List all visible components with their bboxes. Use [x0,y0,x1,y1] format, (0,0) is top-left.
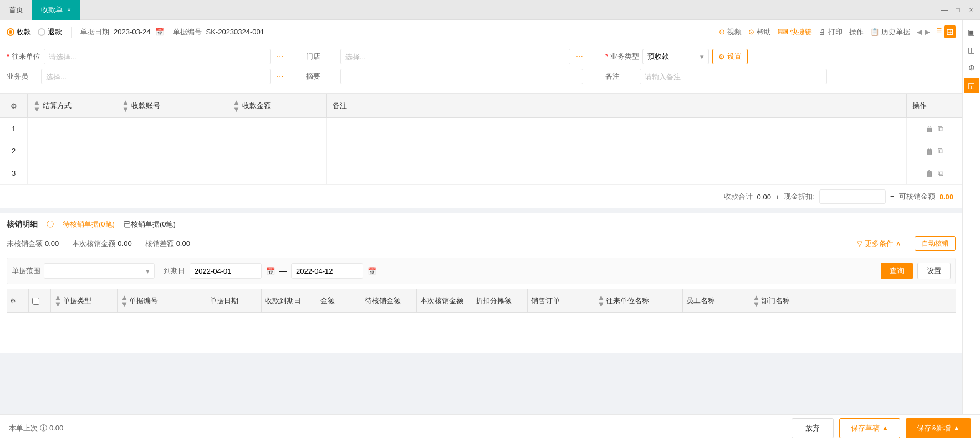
tab-home[interactable]: 首页 [0,0,32,20]
row-2-amount[interactable] [227,140,327,162]
radio-receive-circle [7,28,14,36]
store-more-icon[interactable]: ··· [576,52,583,61]
notes-input[interactable] [640,69,827,84]
row-1-notes[interactable] [327,118,907,140]
shortcut-button[interactable]: ⌨ 快捷键 [778,27,812,37]
row-3-copy-icon[interactable]: ⧉ [938,168,943,178]
more-conditions-button[interactable]: ▽ 更多条件 ∧ [857,239,901,249]
calendar-to-icon[interactable]: 📅 [368,267,376,275]
bottom-th-settings[interactable]: ⚙ [7,289,29,312]
row-2-settlement[interactable] [28,140,116,162]
sidebar-icon-table[interactable]: ▣ [964,24,979,40]
row-3-amount[interactable] [227,162,327,184]
grid-view-icon[interactable]: ⊞ [944,25,956,38]
radio-refund-label: 退款 [48,27,62,37]
calendar-icon[interactable]: 📅 [155,28,164,36]
history-button[interactable]: 📋 历史单据 [870,27,910,37]
business-type-select[interactable]: 预收款 ▾ [642,49,709,64]
maximize-button[interactable]: □ [953,6,962,14]
summary-label: 摘要 [306,71,337,81]
help-icon: ⊙ [748,28,754,36]
abandon-button[interactable]: 放弃 [792,418,834,438]
row-1-amount[interactable] [227,118,327,140]
row-3-settlement[interactable] [28,162,116,184]
save-draft-button[interactable]: 保存草稿 ▲ [839,418,901,438]
video-button[interactable]: ⊙ 视频 [719,27,742,37]
auto-clear-button[interactable]: 自动核销 [915,236,956,251]
calendar-from-icon[interactable]: 📅 [266,267,275,275]
bottom-th-doc-type: ▲▼ 单据类型 [51,289,118,312]
cash-discount-input[interactable] [819,189,886,204]
verify-info-icon[interactable]: ⓘ [47,219,54,229]
date-from-input[interactable] [190,263,262,279]
print-button[interactable]: 🖨 打印 [819,27,843,37]
date-to-input[interactable] [291,263,363,279]
nav-next[interactable]: ▶ [925,28,930,36]
store-input[interactable] [340,49,570,64]
row-2-notes[interactable] [327,140,907,162]
th-amount: ▲▼ 收款金额 [227,94,327,117]
th-operations: 操作 [907,94,962,117]
th-account: ▲▼ 收款账号 [116,94,227,117]
toolbar-nav: ◀ ▶ [917,28,930,36]
total-value-1: 0.00 [757,193,771,201]
select-all-checkbox[interactable] [32,298,39,305]
staff-more-icon[interactable]: ··· [277,71,284,81]
summary-input[interactable] [340,69,583,84]
tab-active-label: 收款单 [41,0,63,20]
table-row: 2 🗑 ⧉ [0,140,962,162]
row-2-account[interactable] [116,140,227,162]
radio-refund-circle [38,28,45,36]
row-1-copy-icon[interactable]: ⧉ [938,124,943,134]
sidebar-icon-form[interactable]: ◱ [964,78,979,93]
bottom-th-discount: 折扣分摊额 [472,289,528,312]
date-value: 2023-03-24 [114,28,151,36]
verifiable-amount: 0.00 [940,193,953,201]
save-draft-arrow-icon[interactable]: ▲ [882,424,889,432]
sidebar-icon-doc[interactable]: ◫ [964,42,979,58]
help-button[interactable]: ⊙ 帮助 [748,27,771,37]
row-2-copy-icon[interactable]: ⧉ [938,146,943,156]
nav-prev[interactable]: ◀ [917,28,922,36]
footer-value: 0.00 [49,424,63,432]
list-view-icon[interactable]: ≡ [937,25,942,38]
bottom-th-checkbox[interactable] [29,289,51,312]
row-1-account[interactable] [116,118,227,140]
form-settings-button[interactable]: ⚙ 设置 [712,49,748,64]
doc-date-group: 单据日期 2023-03-24 📅 [80,27,164,37]
stat-this-clear-label: 本次核销金额 [72,239,115,249]
store-field: 门店 ··· [306,49,583,64]
row-2-actions: 🗑 ⧉ [907,140,962,162]
query-button[interactable]: 查询 [881,263,913,279]
verify-tab-pending[interactable]: 待核销单据(0笔) [63,219,115,229]
operation-button[interactable]: 操作 [849,27,864,37]
filter-settings-button[interactable]: 设置 [917,263,951,279]
tab-active[interactable]: 收款单 × [32,0,80,20]
tab-close-icon[interactable]: × [67,0,71,20]
save-new-button[interactable]: 保存&新增 ▲ [906,418,971,438]
close-button[interactable]: × [967,6,976,14]
sidebar-icon-attach[interactable]: ⊕ [964,60,979,75]
toolbar-right: ⊙ 视频 ⊙ 帮助 ⌨ 快捷键 🖨 打印 操作 📋 历史单据 [719,25,956,38]
row-3-notes[interactable] [327,162,907,184]
total-row: 收款合计 0.00 + 现金折扣: = 可核销金额 0.00 [0,184,962,208]
row-1-settlement[interactable] [28,118,116,140]
row-2-delete-icon[interactable]: 🗑 [926,147,933,156]
radio-refund[interactable]: 退款 [38,27,62,37]
stat-diff: 核销差额 0.00 [145,239,190,249]
verify-tab-done[interactable]: 已核销单据(0笔) [124,219,176,229]
row-1-delete-icon[interactable]: 🗑 [926,125,933,134]
range-select[interactable]: ▾ [44,263,155,279]
partner-more-icon[interactable]: ··· [277,52,284,61]
save-new-arrow-icon[interactable]: ▲ [953,424,960,432]
footer-info-icon[interactable]: ⓘ [40,423,47,433]
verify-header: 核销明细 ⓘ 待核销单据(0笔) 已核销单据(0笔) [7,219,956,229]
minimize-button[interactable]: — [940,6,949,14]
table-settings-icon[interactable]: ⚙ [0,94,28,117]
row-3-delete-icon[interactable]: 🗑 [926,169,933,178]
radio-receive[interactable]: 收款 [7,27,31,37]
shortcut-icon: ⌨ [778,28,788,36]
partner-input[interactable] [44,49,271,64]
staff-input[interactable] [41,69,271,84]
row-3-account[interactable] [116,162,227,184]
